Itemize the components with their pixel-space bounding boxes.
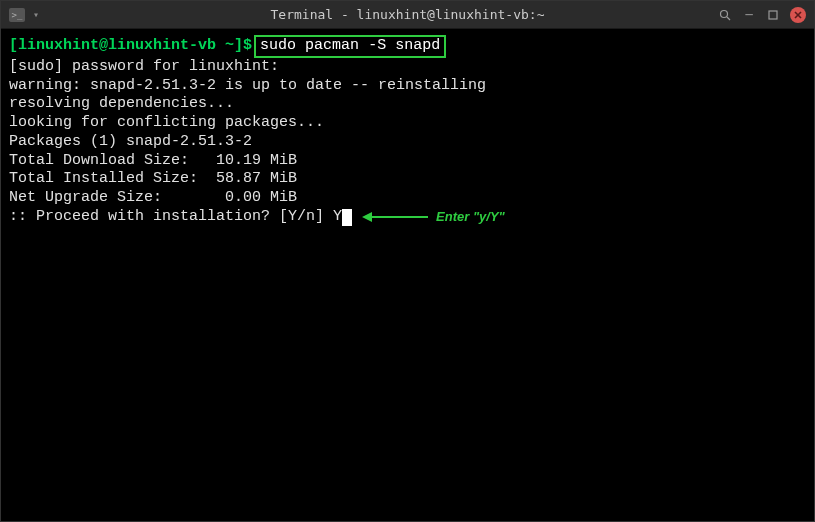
prompt-open-bracket: [	[9, 37, 18, 56]
command-highlight-box: sudo pacman -S snapd	[254, 35, 446, 58]
output-line: warning: snapd-2.51.3-2 is up to date --…	[9, 77, 806, 96]
prompt-symbol: $	[243, 37, 252, 56]
titlebar-left: >_ ▾	[9, 8, 39, 22]
search-button[interactable]	[718, 8, 732, 22]
terminal-window: >_ ▾ Terminal - linuxhint@linuxhint-vb:~…	[0, 0, 815, 522]
user-input: Y	[333, 208, 342, 227]
maximize-button[interactable]	[766, 8, 780, 22]
prompt-line: [linuxhint@linuxhint-vb ~]$ sudo pacman …	[9, 35, 806, 58]
output-line: resolving dependencies...	[9, 95, 806, 114]
arrow-icon	[360, 209, 430, 225]
terminal-body[interactable]: [linuxhint@linuxhint-vb ~]$ sudo pacman …	[1, 29, 814, 521]
maximize-icon	[768, 10, 778, 20]
close-button[interactable]	[790, 7, 806, 23]
close-icon	[794, 11, 802, 19]
output-line: Total Download Size: 10.19 MiB	[9, 152, 806, 171]
proceed-prompt: :: Proceed with installation? [Y/n]	[9, 208, 333, 227]
command-text: sudo pacman -S snapd	[260, 37, 440, 54]
prompt-user: linuxhint@linuxhint-vb	[18, 37, 216, 56]
prompt-path: ~	[216, 37, 234, 56]
svg-point-0	[721, 10, 728, 17]
minimize-button[interactable]: ─	[742, 8, 756, 22]
terminal-icon: >_	[9, 8, 25, 22]
titlebar: >_ ▾ Terminal - linuxhint@linuxhint-vb:~…	[1, 1, 814, 29]
annotation-text: Enter "y/Y"	[436, 209, 505, 225]
output-line: Net Upgrade Size: 0.00 MiB	[9, 189, 806, 208]
prompt-close-bracket: ]	[234, 37, 243, 56]
svg-line-1	[727, 17, 730, 20]
svg-marker-6	[362, 212, 372, 222]
annotation: Enter "y/Y"	[360, 209, 505, 225]
output-line: [sudo] password for linuxhint:	[9, 58, 806, 77]
proceed-line: :: Proceed with installation? [Y/n] Y En…	[9, 208, 806, 227]
output-line: Total Installed Size: 58.87 MiB	[9, 170, 806, 189]
search-icon	[719, 9, 731, 21]
output-line: Packages (1) snapd-2.51.3-2	[9, 133, 806, 152]
cursor	[342, 209, 352, 226]
svg-rect-2	[769, 11, 777, 19]
dropdown-icon[interactable]: ▾	[33, 9, 39, 20]
window-title: Terminal - linuxhint@linuxhint-vb:~	[271, 7, 545, 22]
output-line: looking for conflicting packages...	[9, 114, 806, 133]
titlebar-right: ─	[718, 7, 806, 23]
